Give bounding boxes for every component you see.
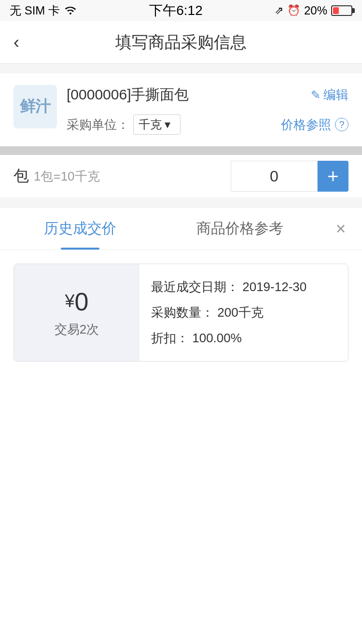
trade-count: 交易2次 [55, 321, 99, 338]
status-bar: 无 SIM 卡 下午6:12 ⇗ ⏰ 20% [0, 0, 362, 21]
quantity-row: 包 1包=10千克 + [0, 155, 362, 197]
help-icon: ? [335, 118, 348, 131]
tab1-label: 历史成交价 [44, 219, 116, 238]
product-name: [0000006]手撕面包 [67, 85, 189, 105]
alarm-icon: ⏰ [287, 4, 300, 17]
tab-underline [61, 248, 99, 250]
wifi-icon [64, 4, 77, 17]
status-left: 无 SIM 卡 [10, 3, 77, 18]
page-title: 填写商品采购信息 [115, 31, 247, 54]
dropdown-arrow-icon: ▾ [165, 118, 170, 131]
tabs-header: 历史成交价 商品价格参考 × [0, 208, 362, 250]
history-card: ¥0 交易2次 最近成交日期： 2019-12-30 采购数量： 200千克 折… [14, 264, 348, 362]
plus-button[interactable]: + [318, 161, 348, 192]
product-top-row: [0000006]手撕面包 ✎ 编辑 [67, 85, 348, 105]
product-unit-row: 采购单位： 千克 ▾ 价格参照 ? [67, 114, 348, 135]
purchase-qty-value: 200千克 [217, 305, 263, 320]
tab-product-price-ref[interactable]: 商品价格参考 [160, 208, 320, 250]
tab2-label: 商品价格参考 [196, 219, 283, 238]
bottom-space [0, 375, 362, 644]
edit-icon: ✎ [311, 88, 320, 102]
section-divider [0, 146, 362, 155]
product-card: 鲜汁 [0000006]手撕面包 ✎ 编辑 采购单位： 千克 ▾ 价格参照 ? [0, 73, 362, 146]
purchase-qty-row: 采购数量： 200千克 [151, 303, 336, 322]
tabs-section: 历史成交价 商品价格参考 × ¥0 交易2次 最近成交日期： 2019-12-3… [0, 207, 362, 375]
price-ref-label: 价格参照 [281, 116, 331, 133]
nav-bar: ‹ 填写商品采购信息 [0, 21, 362, 64]
quantity-control: + [231, 161, 348, 192]
battery-pct: 20% [304, 4, 327, 17]
status-time: 下午6:12 [149, 1, 203, 20]
quantity-label: 包 1包=10千克 [14, 166, 100, 187]
unit-label: 采购单位： 千克 ▾ [67, 114, 181, 135]
logo-text: 鲜汁 [20, 96, 51, 117]
history-price-value: ¥0 [65, 287, 89, 316]
discount-label: 折扣： [151, 331, 189, 345]
location-icon: ⇗ [275, 4, 283, 17]
back-button[interactable]: ‹ [14, 32, 19, 53]
price-ref-button[interactable]: 价格参照 ? [281, 116, 348, 133]
status-right: ⇗ ⏰ 20% [275, 4, 352, 17]
recent-date-label: 最近成交日期： [151, 280, 239, 294]
tabs-close-button[interactable]: × [320, 208, 362, 250]
unit-label-bao: 包 [14, 166, 29, 187]
currency-symbol: ¥ [65, 291, 75, 311]
recent-date-row: 最近成交日期： 2019-12-30 [151, 278, 336, 296]
unit-value: 千克 [139, 117, 162, 132]
history-detail-panel: 最近成交日期： 2019-12-30 采购数量： 200千克 折扣： 100.0… [139, 264, 348, 361]
sim-indicator: 无 SIM 卡 [10, 3, 60, 18]
product-logo: 鲜汁 [14, 85, 57, 128]
battery-icon [331, 5, 352, 16]
edit-label: 编辑 [323, 86, 348, 103]
product-info: [0000006]手撕面包 ✎ 编辑 采购单位： 千克 ▾ 价格参照 ? [67, 85, 348, 135]
edit-button[interactable]: ✎ 编辑 [311, 86, 348, 103]
discount-row: 折扣： 100.00% [151, 329, 336, 348]
quantity-input[interactable] [231, 161, 318, 192]
tab-history-price[interactable]: 历史成交价 [0, 208, 160, 250]
history-content: ¥0 交易2次 最近成交日期： 2019-12-30 采购数量： 200千克 折… [0, 250, 362, 375]
discount-value: 100.00% [192, 331, 242, 345]
purchase-qty-label: 采购数量： [151, 305, 214, 320]
unit-select[interactable]: 千克 ▾ [133, 114, 181, 135]
recent-date-value: 2019-12-30 [242, 280, 306, 294]
history-price-panel: ¥0 交易2次 [14, 264, 139, 361]
unit-conversion-hint: 1包=10千克 [34, 168, 100, 185]
